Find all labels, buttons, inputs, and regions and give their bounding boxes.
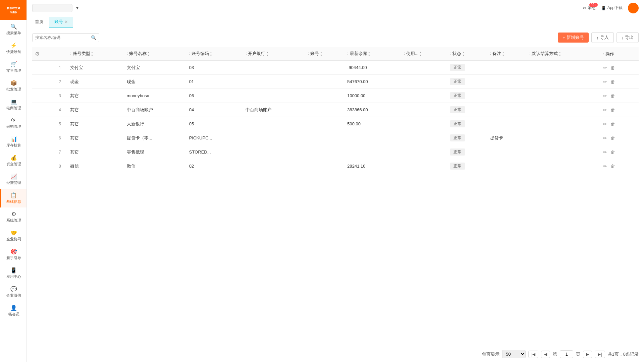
col-header-name[interactable]: : 账号名称▲▼ [124, 47, 186, 61]
row-action-3: ✏ 🗑 [600, 103, 639, 117]
col-header-settlement[interactable]: : 默认结算方式▲▼ [527, 47, 600, 61]
col-header-code[interactable]: : 账号编码▲▼ [186, 47, 243, 61]
sidebar-item-15[interactable]: 👤畅会员 [0, 301, 26, 320]
top-header: ▼ ✉ 消息 99+ 📱 App下载 [27, 0, 644, 16]
nav-icon-10: ⚙ [11, 211, 16, 217]
row-bank-6 [243, 145, 305, 159]
table-row: 3 其它 moneybosx 06 10000.00 正常 ✏ 🗑 [32, 89, 639, 103]
search-input[interactable] [33, 34, 88, 42]
message-button[interactable]: ✉ 消息 99+ [583, 5, 596, 11]
top-search-input[interactable] [32, 4, 72, 12]
prev-page-button[interactable]: ◀ [541, 351, 550, 358]
col-header-remark[interactable]: : 备注▲▼ [487, 47, 527, 61]
edit-icon-6[interactable]: ✏ [603, 149, 607, 155]
edit-icon-5[interactable]: ✏ [603, 135, 607, 141]
row-name-1: 现金 [124, 75, 186, 89]
tab-1[interactable]: 账号✕ [49, 17, 73, 27]
sidebar-item-6[interactable]: 📊库存核算 [0, 132, 26, 151]
edit-icon-0[interactable]: ✏ [603, 65, 607, 70]
tab-0[interactable]: 首页 [30, 17, 49, 27]
delete-icon-0[interactable]: 🗑 [610, 65, 615, 70]
row-balance-3: 383866.00 [344, 103, 401, 117]
edit-icon-4[interactable]: ✏ [603, 121, 607, 127]
edit-icon-1[interactable]: ✏ [603, 79, 607, 84]
delete-icon-7[interactable]: 🗑 [610, 164, 615, 169]
sidebar-item-9[interactable]: 📋基础信息 [0, 189, 26, 207]
main-content: ▼ ✉ 消息 99+ 📱 App下载 首页账号✕ 🔍 [27, 0, 644, 362]
delete-icon-6[interactable]: 🗑 [610, 149, 615, 155]
col-header-status[interactable]: : 状态▲▼ [447, 47, 487, 61]
edit-icon-3[interactable]: ✏ [603, 107, 607, 113]
table-row: 8 微信 微信 02 28241.10 正常 ✏ 🗑 [32, 159, 639, 173]
row-settings-5 [32, 131, 52, 145]
row-usage-2 [401, 89, 447, 103]
row-code-1: 01 [186, 75, 243, 89]
toolbar: 🔍 + 新增账号 ↑ 导入 ↓ 导出 [27, 28, 644, 47]
sidebar-item-8[interactable]: 📈经营管理 [0, 170, 26, 189]
row-settlement-6 [527, 145, 600, 159]
nav-label-13: 应用中心 [6, 274, 21, 279]
tab-close-1[interactable]: ✕ [64, 19, 68, 24]
delete-icon-1[interactable]: 🗑 [610, 79, 615, 84]
row-code-5: PICKUPC... [186, 131, 243, 145]
edit-icon-2[interactable]: ✏ [603, 93, 607, 99]
nav-label-11: 企业协同 [6, 237, 21, 242]
edit-icon-7[interactable]: ✏ [603, 164, 607, 169]
sidebar-item-7[interactable]: 💰资金管理 [0, 151, 26, 170]
col-header-account[interactable]: : 账号▲▼ [305, 47, 344, 61]
sidebar-item-14[interactable]: 💬企业微信 [0, 283, 26, 301]
col-header-bank[interactable]: : 开户银行▲▼ [243, 47, 305, 61]
message-icon: ✉ [583, 6, 586, 10]
pagination-bar: 每页显示 102050100 |◀ ◀ 第 页 ▶ ▶| 共1页，8条记录 [27, 346, 644, 362]
row-remark-0 [487, 61, 527, 75]
row-bank-3: 中百商场账户 [243, 103, 305, 117]
sidebar-item-4[interactable]: 💻电商管理 [0, 95, 26, 114]
nav-label-8: 经营管理 [6, 180, 21, 185]
delete-icon-2[interactable]: 🗑 [610, 93, 615, 99]
col-header-balance[interactable]: : 最新余额▲▼ [344, 47, 401, 61]
row-status-2: 正常 [447, 89, 487, 103]
col-label-name: : 账号名称 [127, 51, 147, 56]
delete-icon-3[interactable]: 🗑 [610, 107, 615, 113]
first-page-button[interactable]: |◀ [528, 351, 538, 358]
user-avatar[interactable] [628, 3, 639, 13]
sidebar-item-10[interactable]: ⚙系统管理 [0, 207, 26, 226]
search-button[interactable]: 🔍 [88, 34, 99, 42]
last-page-button[interactable]: ▶| [595, 351, 605, 358]
col-header-usage[interactable]: : 使用...▲▼ [401, 47, 447, 61]
sidebar-item-13[interactable]: 📱应用中心 [0, 264, 26, 283]
row-name-4: 大新银行 [124, 117, 186, 131]
sidebar-item-3[interactable]: 📦批发管理 [0, 76, 26, 95]
nav-icon-2: 🛒 [10, 61, 17, 67]
row-settings-4 [32, 117, 52, 131]
sidebar-item-11[interactable]: 🤝企业协同 [0, 226, 26, 245]
export-button[interactable]: ↓ 导出 [616, 32, 639, 43]
row-account-7 [305, 159, 344, 173]
sidebar-item-5[interactable]: 🛍采购管理 [0, 114, 26, 132]
sidebar-item-1[interactable]: ⚡快捷导航 [0, 39, 26, 58]
row-action-4: ✏ 🗑 [600, 117, 639, 131]
header-left: ▼ [32, 4, 79, 12]
next-page-button[interactable]: ▶ [583, 351, 592, 358]
page-size-select[interactable]: 102050100 [502, 350, 526, 358]
sidebar-item-2[interactable]: 🛒零售管理 [0, 58, 26, 76]
col-settings-icon[interactable]: ⚙ [35, 51, 40, 57]
add-account-button[interactable]: + 新增账号 [558, 33, 589, 43]
sidebar-item-12[interactable]: 🎯新手引导 [0, 245, 26, 264]
app-download-button[interactable]: 📱 App下载 [601, 5, 623, 11]
delete-icon-4[interactable]: 🗑 [610, 121, 615, 127]
row-index-5: 6 [52, 131, 67, 145]
sidebar-item-0[interactable]: 🔍搜索菜单 [0, 20, 26, 39]
header-dropdown[interactable]: ▼ [75, 5, 79, 10]
delete-icon-5[interactable]: 🗑 [610, 135, 615, 141]
nav-icon-8: 📈 [10, 173, 17, 180]
nav-icon-7: 💰 [10, 155, 17, 161]
col-header-type[interactable]: : 账号类型▲▼ [67, 47, 124, 61]
row-remark-4 [487, 117, 527, 131]
row-status-6: 正常 [447, 145, 487, 159]
import-button[interactable]: ↑ 导入 [591, 32, 614, 43]
row-settings-2 [32, 89, 52, 103]
nav-label-12: 新手引导 [6, 255, 21, 260]
row-settlement-3 [527, 103, 600, 117]
current-page-input[interactable] [560, 350, 573, 358]
